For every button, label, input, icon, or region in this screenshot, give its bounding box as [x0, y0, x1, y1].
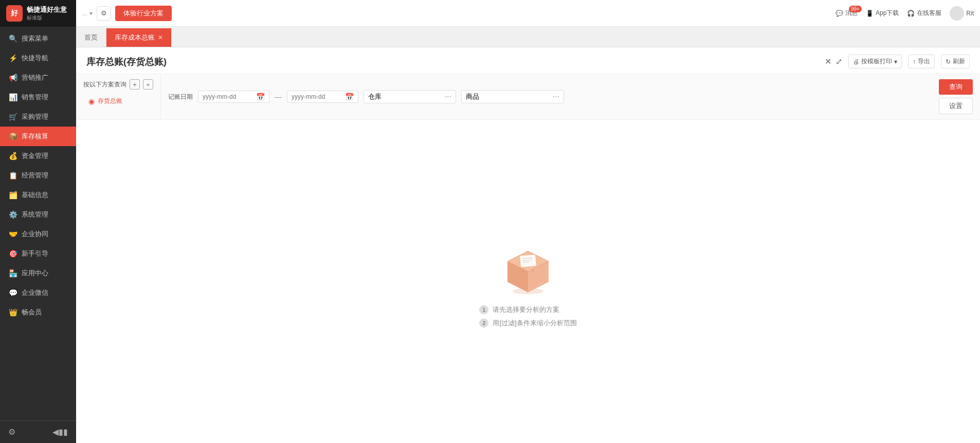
sidebar-item-search[interactable]: 🔍 搜索菜单: [0, 29, 76, 48]
product-filter[interactable]: 商品 ···: [461, 90, 564, 103]
sidebar-system-label: 系统管理: [22, 210, 48, 219]
empty-steps: 1 请先选择要分析的方案 2 用[过滤]条件来缩小分析范围: [479, 305, 576, 328]
basic-icon: 🗂️: [8, 190, 17, 200]
sidebar-footer: ⚙ ◀▮▮: [0, 420, 76, 443]
breadcrumb-arrow-icon[interactable]: ▾: [89, 10, 93, 17]
sidebar-item-inventory[interactable]: 📦 库存核算: [0, 127, 76, 146]
main-content: ... ▾ ⚙ 体验行业方案 💬 消息 99+ 📱 App下载 🎧 在线客服: [76, 0, 980, 443]
app-name: 畅捷通好生意: [27, 6, 67, 14]
wechat-icon: 💬: [8, 288, 17, 297]
filter-container: 按以下方案查询 + « ◉ 存货总账 记账日期 📅 —: [76, 74, 980, 120]
industry-solution-button[interactable]: 体验行业方案: [115, 6, 172, 21]
sidebar-item-sales[interactable]: 📊 销售管理: [0, 87, 76, 107]
print-template-button[interactable]: 🖨 按模板打印 ▾: [848, 55, 902, 68]
tab-inventory-cost[interactable]: 库存成本总账 ✕: [106, 28, 172, 47]
refresh-button[interactable]: ↻ 刷新: [941, 55, 970, 68]
date-from-input[interactable]: [203, 93, 254, 100]
sidebar-item-purchase[interactable]: 🛒 采购管理: [0, 107, 76, 127]
resize-panel-icon[interactable]: ⤢: [836, 57, 842, 66]
tab-home[interactable]: 首页: [76, 28, 106, 47]
speaker-footer-icon[interactable]: ◀▮▮: [52, 427, 68, 437]
app-download-action[interactable]: 📱 App下载: [866, 9, 899, 17]
message-action[interactable]: 💬 消息 99+: [836, 9, 858, 17]
online-service-action[interactable]: 🎧 在线客服: [907, 9, 941, 17]
filter-add-button[interactable]: +: [130, 79, 140, 90]
tabs-bar: 首页 库存成本总账 ✕: [76, 27, 980, 47]
calendar-to-icon[interactable]: 📅: [345, 93, 354, 101]
tab-inventory-cost-label: 库存成本总账: [115, 33, 155, 42]
sidebar-inventory-label: 库存核算: [22, 132, 48, 141]
step-2-number: 2: [479, 318, 488, 328]
svg-rect-6: [520, 254, 536, 267]
sidebar-shortcut-label: 快捷导航: [22, 54, 48, 63]
sidebar-item-system[interactable]: ⚙️ 系统管理: [0, 205, 76, 224]
sidebar-item-wechat[interactable]: 💬 企业微信: [0, 283, 76, 303]
settings-button[interactable]: 设置: [939, 98, 973, 114]
product-more-icon[interactable]: ···: [553, 92, 559, 101]
scheme-item-inventory[interactable]: ◉ 存货总账: [83, 94, 153, 109]
sidebar-item-shortcut[interactable]: ⚡ 快捷导航: [0, 48, 76, 68]
system-icon: ⚙️: [8, 210, 17, 219]
breadcrumb: ... ▾: [82, 10, 93, 17]
sidebar-item-basic[interactable]: 🗂️ 基础信息: [0, 185, 76, 205]
export-button[interactable]: ↑ 导出: [908, 55, 935, 68]
query-button[interactable]: 查询: [939, 79, 973, 95]
svg-point-10: [522, 271, 524, 273]
sidebar-nav: 🔍 搜索菜单 ⚡ 快捷导航 📢 营销推广 📊 销售管理 🛒 采购管理 📦 库存核…: [0, 27, 76, 420]
sidebar-purchase-label: 采购管理: [22, 112, 48, 121]
sidebar-item-finance[interactable]: 💰 资金管理: [0, 146, 76, 166]
sidebar-item-newbie[interactable]: 🎯 新手引导: [0, 244, 76, 263]
sidebar-newbie-label: 新手引导: [22, 249, 48, 258]
finance-icon: 💰: [8, 151, 17, 161]
logo-text: 畅捷通好生意 标准版: [27, 6, 67, 21]
page-header: 库存总账(存货总账) ✕ ⤢ 🖨 按模板打印 ▾ ↑ 导出 ↻ 刷新: [76, 47, 980, 74]
newbie-icon: 🎯: [8, 249, 17, 258]
shortcut-icon: ⚡: [8, 54, 17, 63]
tab-close-icon[interactable]: ✕: [158, 34, 163, 41]
message-badge: 99+: [849, 6, 862, 12]
refresh-icon: ↻: [946, 58, 951, 65]
user-avatar: [950, 6, 964, 21]
sidebar-operation-label: 经营管理: [22, 171, 48, 180]
app-download-label: App下载: [876, 9, 899, 17]
sidebar-sales-label: 销售管理: [22, 93, 48, 102]
sidebar-item-enterprise[interactable]: 🤝 企业协同: [0, 224, 76, 244]
sidebar-item-member[interactable]: 👑 畅会员: [0, 303, 76, 322]
sidebar: 好 畅捷通好生意 标准版 🔍 搜索菜单 ⚡ 快捷导航 📢 营销推广 📊 销售管理…: [0, 0, 76, 443]
user-name: Rit: [966, 10, 974, 17]
calendar-from-icon[interactable]: 📅: [256, 93, 265, 101]
date-to-input[interactable]: [292, 93, 343, 100]
user-avatar-area[interactable]: Rit: [950, 6, 974, 21]
sidebar-item-operation[interactable]: 📋 经营管理: [0, 166, 76, 185]
export-label: 导出: [918, 57, 930, 66]
breadcrumb-text: ...: [82, 10, 87, 17]
svg-line-9: [522, 262, 529, 262]
scheme-label: 存货总账: [98, 97, 122, 105]
top-bar: ... ▾ ⚙ 体验行业方案 💬 消息 99+ 📱 App下载 🎧 在线客服: [76, 0, 980, 27]
date-separator: —: [275, 93, 282, 101]
page-content: 库存总账(存货总账) ✕ ⤢ 🖨 按模板打印 ▾ ↑ 导出 ↻ 刷新: [76, 47, 980, 443]
warehouse-filter[interactable]: 仓库 ···: [364, 90, 456, 103]
sidebar-item-appstore[interactable]: 🏪 应用中心: [0, 263, 76, 283]
settings-footer-icon[interactable]: ⚙: [8, 427, 15, 437]
close-panel-icon[interactable]: ✕: [825, 57, 831, 66]
product-label: 商品: [466, 92, 479, 101]
filter-fold-button[interactable]: «: [143, 79, 153, 90]
page-header-actions: ✕ ⤢ 🖨 按模板打印 ▾ ↑ 导出 ↻ 刷新: [825, 55, 970, 68]
filter-buttons: 查询 设置: [939, 79, 973, 114]
warehouse-label: 仓库: [368, 92, 382, 101]
page-title: 库存总账(存货总账): [86, 56, 167, 68]
print-arrow-icon: ▾: [894, 58, 897, 65]
empty-state: 1 请先选择要分析的方案 2 用[过滤]条件来缩小分析范围: [76, 120, 980, 443]
topbar-settings-button[interactable]: ⚙: [97, 6, 111, 21]
sidebar-basic-label: 基础信息: [22, 190, 48, 200]
filter-label-row: 按以下方案查询 + «: [83, 79, 153, 90]
print-label: 按模板打印: [861, 57, 892, 66]
marketing-icon: 📢: [8, 73, 17, 82]
appstore-icon: 🏪: [8, 269, 17, 278]
sidebar-item-marketing[interactable]: 📢 营销推广: [0, 68, 76, 87]
warehouse-more-icon[interactable]: ···: [445, 92, 451, 101]
svg-line-7: [522, 258, 532, 258]
sales-icon: 📊: [8, 93, 17, 102]
sidebar-enterprise-label: 企业协同: [22, 229, 48, 239]
